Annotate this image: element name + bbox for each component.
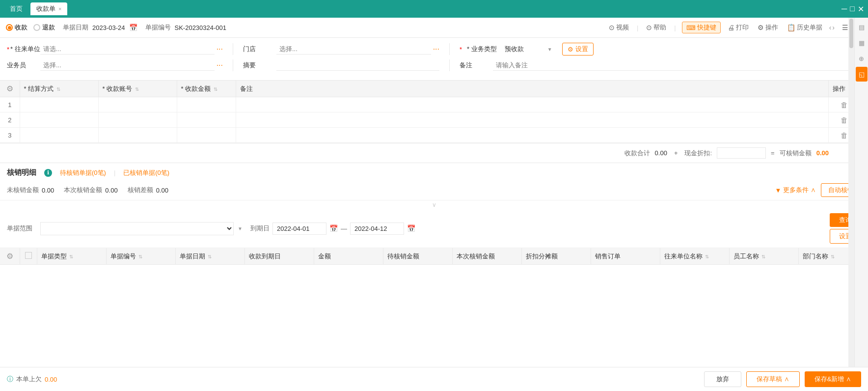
row-2-delete-icon[interactable]: 🗑 (841, 116, 848, 124)
scrollbar-thumb[interactable] (849, 19, 853, 48)
biz-type-arrow[interactable]: ▼ (547, 47, 552, 52)
counterparty-input[interactable] (40, 44, 215, 55)
bt-dept-sort[interactable]: ⇅ (831, 254, 835, 259)
tab-home[interactable]: 首页 (4, 2, 28, 15)
col-gear[interactable]: ⚙ (0, 81, 20, 97)
row-1-settle[interactable] (20, 97, 98, 112)
form-settings-btn[interactable]: ⚙ 设置 (562, 43, 594, 56)
right-panel-attach-icon[interactable]: ⊕ (856, 51, 868, 66)
verification-section: 核销明细 ℹ 待核销单据(0笔) | 已核销单据(0笔) 未核销金额 0.00 … (0, 163, 868, 391)
bt-duedate-label: 收款到期日 (249, 252, 281, 260)
row-3-account[interactable] (98, 128, 177, 143)
amount-sort-icon[interactable]: ⇅ (214, 86, 217, 92)
print-btn[interactable]: 🖨 打印 (726, 22, 751, 33)
tab-bar-left: 首页 收款单 × (4, 2, 67, 15)
doc-range-select[interactable] (40, 222, 234, 235)
window-min-icon[interactable]: ─ (841, 4, 847, 13)
bt-gear-icon[interactable]: ⚙ (6, 252, 13, 260)
form-div-2 (449, 43, 450, 55)
end-cal-icon[interactable]: 📅 (407, 224, 415, 232)
table-row: 1 🗑 ⧉ (0, 97, 868, 112)
row-3-delete-icon[interactable]: 🗑 (841, 131, 848, 140)
save-new-btn[interactable]: 保存&新增 ∧ (805, 371, 861, 387)
bt-col-gear[interactable]: ⚙ (0, 248, 20, 265)
start-cal-icon[interactable]: 📅 (329, 224, 338, 232)
window-close-icon[interactable]: ✕ (858, 4, 864, 14)
summary-input[interactable] (276, 60, 439, 71)
calendar-icon[interactable]: 📅 (129, 24, 137, 31)
verif-completed-tab[interactable]: 已核销单据(0笔) (123, 168, 169, 177)
right-panel-grid-icon[interactable]: ▦ (856, 35, 868, 50)
discount-label: 现金折扣: (684, 149, 712, 158)
row-1-account[interactable] (98, 97, 177, 112)
staff-more-icon[interactable]: ··· (217, 61, 223, 70)
more-conditions-btn[interactable]: ▼ 更多条件 ∧ (775, 186, 816, 195)
row-2-settle[interactable] (20, 112, 98, 128)
operation-btn[interactable]: ⚙ 操作 (756, 22, 780, 33)
start-date-input[interactable] (272, 223, 326, 235)
video-btn[interactable]: ⊙ 视频 (607, 22, 631, 33)
form-row-2: 业务员 ··· 摘要 备注 (7, 59, 861, 71)
account-sort-icon[interactable]: ⇅ (135, 86, 139, 92)
scrollbar-track[interactable] (848, 18, 854, 371)
abandon-btn[interactable]: 放弃 (704, 371, 741, 387)
nav-next[interactable]: › (832, 24, 835, 31)
nav-prev[interactable]: ‹ (829, 24, 832, 31)
tab-close-icon[interactable]: × (58, 6, 61, 12)
row-3-amount[interactable] (177, 128, 236, 143)
this-doc-value: 0.00 (45, 376, 57, 383)
bt-docdate-sort[interactable]: ⇅ (208, 254, 212, 259)
receive-radio-dot (8, 26, 11, 29)
right-panel: ▤ ▦ ⊕ ◱ (854, 18, 868, 371)
window-max-icon[interactable]: □ (850, 4, 855, 13)
bt-current-label: 本次核销金额 (457, 252, 495, 260)
draft-btn[interactable]: 保存草稿 ∧ (746, 371, 800, 387)
row-3-remark[interactable] (236, 128, 829, 143)
row-2-amount[interactable] (177, 112, 236, 128)
tab-bar-right: ─ □ ✕ (841, 4, 864, 14)
bt-staff-sort[interactable]: ⇅ (761, 254, 765, 259)
row-1-amount[interactable] (177, 97, 236, 112)
footer-info: ⓘ 本单上欠 0.00 (7, 375, 57, 384)
right-panel-form-icon[interactable]: ◱ (856, 67, 868, 82)
help-btn[interactable]: ⊙ 帮助 (644, 22, 668, 33)
counterparty-more-icon[interactable]: ··· (217, 45, 223, 54)
print-label: 打印 (736, 23, 749, 32)
store-more-icon[interactable]: ··· (433, 45, 439, 54)
biz-type-field: * * 业务类型 预收款 ▼ ⚙ 设置 (460, 43, 861, 56)
receive-radio[interactable]: 收款 (6, 23, 27, 32)
main-content: 收款 退款 单据日期 2023-03-24 📅 单据编号 SK-20230324… (0, 18, 868, 391)
row-1-delete-icon[interactable]: 🗑 (841, 101, 848, 109)
shortcut-btn[interactable]: ⌨ 快捷键 (682, 22, 721, 33)
table-gear-icon[interactable]: ⚙ (6, 84, 13, 93)
settle-sort-icon[interactable]: ⇅ (56, 86, 60, 92)
bt-doctype-sort[interactable]: ⇅ (69, 254, 73, 259)
bt-docnum-sort[interactable]: ⇅ (138, 254, 142, 259)
summary-row: 收款合计 0.00 + 现金折扣: = 可核销金额 0.00 (0, 143, 868, 163)
tab-bar: 首页 收款单 × ─ □ ✕ (0, 0, 868, 18)
staff-input[interactable] (40, 60, 215, 71)
remark-input[interactable] (493, 60, 861, 71)
bt-doctype-label: 单据类型 (41, 252, 67, 260)
table-row: 3 🗑 ⧉ (0, 128, 868, 143)
row-2-remark[interactable] (236, 112, 829, 128)
row-3-settle[interactable] (20, 128, 98, 143)
end-date-input[interactable] (350, 223, 404, 235)
receive-label: 收款 (15, 23, 27, 32)
row-2-account[interactable] (98, 112, 177, 128)
right-panel-table-icon[interactable]: ▤ (856, 20, 868, 34)
verif-info-icon[interactable]: ℹ (44, 169, 52, 177)
verif-pending-tab[interactable]: 待核销单据(0笔) (60, 168, 106, 177)
bt-counterparty-sort[interactable]: ⇅ (705, 254, 709, 259)
store-input[interactable] (276, 44, 431, 55)
refund-radio[interactable]: 退款 (33, 23, 55, 32)
history-btn[interactable]: 📋 历史单据 (785, 22, 824, 33)
col-remark-label: 备注 (240, 85, 253, 92)
discount-input[interactable] (717, 147, 766, 159)
select-all-checkbox[interactable] (25, 252, 32, 259)
expand-arrow[interactable]: ∨ (0, 200, 868, 209)
form-section: * * 往来单位 ··· 门店 ··· * * 业务类型 预收款 ▼ ⚙ (0, 38, 868, 81)
footer-info-icon[interactable]: ⓘ (7, 375, 13, 384)
tab-active[interactable]: 收款单 × (30, 2, 67, 15)
row-1-remark[interactable] (236, 97, 829, 112)
